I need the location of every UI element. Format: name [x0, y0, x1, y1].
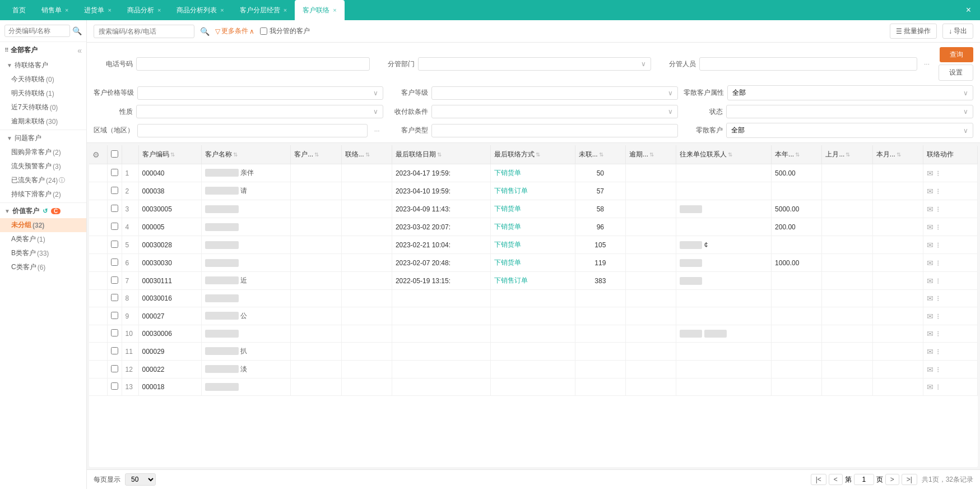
sidebar-item-class-b[interactable]: B类客户(33)	[0, 246, 86, 260]
tab-purchase[interactable]: 进货单 ×	[76, 0, 119, 20]
row-checkbox-cell[interactable]	[107, 164, 122, 182]
row-checkbox[interactable]	[111, 241, 118, 248]
tab-sales[interactable]: 销售单 ×	[34, 0, 76, 20]
row-checkbox[interactable]	[111, 329, 118, 336]
row-checkbox[interactable]	[111, 365, 118, 372]
tab-product-analysis-list[interactable]: 商品分析列表 ×	[169, 0, 231, 20]
sidebar-item-7days-contact[interactable]: 近7天待联络(0)	[0, 100, 86, 114]
sidebar-all-customers-header[interactable]: ⠿ 全部客户 «	[0, 42, 86, 58]
row-more-icon[interactable]: ⁝	[937, 276, 939, 285]
th-customer-name[interactable]: 客户名称⇅	[202, 145, 291, 164]
th-last-contact-date[interactable]: 最后联络日期⇅	[392, 145, 490, 164]
row-checkbox[interactable]	[111, 223, 118, 230]
row-last-contact-method[interactable]	[491, 379, 575, 396]
phone-input[interactable]	[136, 57, 370, 71]
th-this-year[interactable]: 本年...⇅	[772, 145, 822, 164]
sidebar-group-value-customers[interactable]: ▼ 价值客户 ↺ C	[0, 204, 86, 218]
retail-customer-select[interactable]: 全部 ∨	[726, 123, 973, 138]
row-last-contact-method[interactable]: 下销售订单	[491, 182, 575, 200]
row-chat-icon[interactable]: ✉	[927, 169, 933, 178]
my-customers-checkbox-label[interactable]: 我分管的客户	[260, 26, 310, 36]
sidebar-item-abnormal-purchase[interactable]: 囤购异常客户(2)	[0, 145, 86, 159]
main-search-icon[interactable]: 🔍	[200, 27, 210, 36]
row-last-contact-method[interactable]: 下销货单	[491, 236, 575, 254]
th-customer-code[interactable]: 客户编码⇅	[138, 145, 202, 164]
tab-customer-contact[interactable]: 客户联络 ×	[295, 0, 344, 20]
row-more-icon[interactable]: ⁝	[937, 382, 939, 391]
price-tier-select[interactable]: ∨	[137, 86, 383, 100]
row-checkbox[interactable]	[111, 382, 118, 390]
sidebar-item-tomorrow-contact[interactable]: 明天待联络(1)	[0, 86, 86, 100]
row-checkbox[interactable]	[111, 347, 118, 354]
th-overdue[interactable]: 逾期...⇅	[626, 145, 676, 164]
row-last-contact-method[interactable]: 下销货单	[491, 254, 575, 272]
row-checkbox-cell[interactable]	[107, 379, 122, 396]
row-last-contact-method[interactable]	[491, 361, 575, 379]
row-more-icon[interactable]: ⁝	[937, 347, 939, 356]
row-checkbox[interactable]	[111, 276, 118, 284]
row-chat-icon[interactable]: ✉	[927, 276, 933, 285]
row-last-contact-method[interactable]	[491, 307, 575, 325]
th-no-contact-days[interactable]: 未联...⇅	[575, 145, 625, 164]
row-checkbox-cell[interactable]	[107, 200, 122, 218]
close-product-list-tab[interactable]: ×	[220, 7, 224, 13]
row-checkbox[interactable]	[111, 169, 118, 176]
row-more-icon[interactable]: ⁝	[937, 365, 939, 374]
row-chat-icon[interactable]: ✉	[927, 241, 933, 250]
close-customer-contact-tab[interactable]: ×	[333, 7, 336, 13]
close-customer-tier-tab[interactable]: ×	[284, 7, 287, 13]
row-chat-icon[interactable]: ✉	[927, 347, 933, 356]
row-checkbox[interactable]	[111, 205, 118, 212]
main-search-input[interactable]	[94, 25, 194, 38]
row-checkbox-cell[interactable]	[107, 307, 122, 325]
my-customers-checkbox[interactable]	[260, 27, 267, 35]
tab-home[interactable]: 首页	[4, 0, 34, 20]
row-chat-icon[interactable]: ✉	[927, 365, 933, 374]
row-checkbox[interactable]	[111, 312, 118, 319]
row-last-contact-method[interactable]: 下销货单	[491, 218, 575, 236]
sidebar-item-today-contact[interactable]: 今天待联络(0)	[0, 72, 86, 86]
category-search-icon[interactable]: 🔍	[72, 26, 82, 35]
close-sales-tab[interactable]: ×	[65, 7, 68, 13]
tab-product-analysis[interactable]: 商品分析 ×	[119, 0, 169, 20]
manager-more-icon[interactable]: ···	[921, 60, 933, 68]
sidebar-item-churned[interactable]: 已流失客户(24) ⓘ	[0, 173, 86, 187]
query-button[interactable]: 查询	[940, 47, 973, 62]
sidebar-item-overdue-contact[interactable]: 逾期未联络(30)	[0, 114, 86, 128]
row-checkbox-cell[interactable]	[107, 218, 122, 236]
select-all-checkbox[interactable]	[111, 150, 118, 158]
page-number-input[interactable]	[854, 474, 874, 485]
row-more-icon[interactable]: ⁝	[937, 312, 939, 321]
first-page-button[interactable]: |<	[811, 474, 826, 485]
row-last-contact-method[interactable]	[491, 290, 575, 307]
row-checkbox[interactable]	[111, 187, 118, 194]
row-more-icon[interactable]: ⁝	[937, 259, 939, 267]
row-checkbox-cell[interactable]	[107, 361, 122, 379]
export-button[interactable]: ↓ 导出	[942, 24, 973, 39]
table-settings-icon[interactable]: ⚙	[92, 150, 100, 159]
th-unit-contact[interactable]: 往来单位联系人⇅	[676, 145, 772, 164]
row-chat-icon[interactable]: ✉	[927, 294, 933, 303]
th-checkbox[interactable]	[107, 145, 122, 164]
row-chat-icon[interactable]: ✉	[927, 223, 933, 232]
sidebar-item-churn-warning[interactable]: 流失预警客户(3)	[0, 159, 86, 173]
row-last-contact-method[interactable]: 下销售订单	[491, 272, 575, 290]
manager-input[interactable]	[699, 57, 917, 71]
dept-select[interactable]: ∨	[418, 57, 652, 71]
close-purchase-tab[interactable]: ×	[108, 7, 111, 13]
page-size-select[interactable]: 50 20 100	[125, 473, 156, 486]
region-more-icon[interactable]: ···	[371, 127, 383, 135]
next-page-button[interactable]: >	[885, 474, 899, 485]
row-more-icon[interactable]: ⁝	[937, 241, 939, 250]
row-chat-icon[interactable]: ✉	[927, 187, 933, 196]
th-customer-type[interactable]: 客户...⇅	[291, 145, 341, 164]
sidebar-collapse-button[interactable]: «	[77, 46, 82, 55]
row-checkbox-cell[interactable]	[107, 325, 122, 343]
row-chat-icon[interactable]: ✉	[927, 259, 933, 267]
window-close-button[interactable]: ×	[962, 5, 976, 15]
row-more-icon[interactable]: ⁝	[937, 205, 939, 214]
row-more-icon[interactable]: ⁝	[937, 329, 939, 338]
row-checkbox-cell[interactable]	[107, 290, 122, 307]
sidebar-item-class-c[interactable]: C类客户(6)	[0, 260, 86, 274]
row-chat-icon[interactable]: ✉	[927, 205, 933, 214]
